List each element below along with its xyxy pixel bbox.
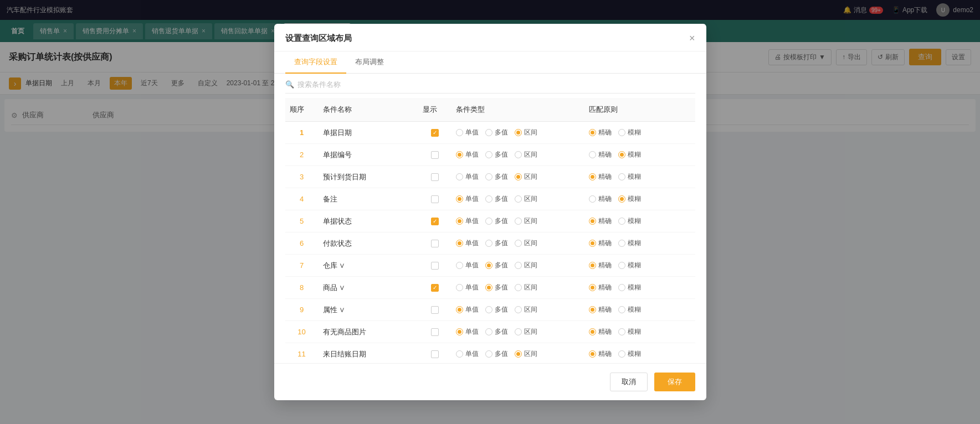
type-option-区间-6[interactable]: 区间 <box>515 261 537 270</box>
match-option-模糊-5[interactable]: 模糊 <box>618 239 641 248</box>
radio-type-单值-6[interactable] <box>456 262 463 269</box>
type-option-多值-4[interactable]: 多值 <box>485 216 508 226</box>
type-option-多值-3[interactable]: 多值 <box>485 194 508 204</box>
radio-match-模糊-0[interactable] <box>618 129 625 136</box>
match-option-精确-5[interactable]: 精确 <box>589 239 612 248</box>
type-option-区间-4[interactable]: 区间 <box>515 216 537 226</box>
radio-type-区间-1[interactable] <box>515 151 522 158</box>
radio-type-区间-5[interactable] <box>515 240 522 247</box>
type-option-区间-9[interactable]: 区间 <box>515 327 537 337</box>
match-option-模糊-6[interactable]: 模糊 <box>618 261 641 270</box>
radio-match-精确-4[interactable] <box>589 218 596 225</box>
match-option-模糊-9[interactable]: 模糊 <box>618 327 641 337</box>
type-option-多值-10[interactable]: 多值 <box>485 349 508 359</box>
radio-type-区间-8[interactable] <box>515 306 522 313</box>
display-checkbox-3[interactable] <box>431 195 439 203</box>
radio-match-模糊-3[interactable] <box>618 195 625 203</box>
radio-match-精确-2[interactable] <box>589 173 596 180</box>
display-checkbox-10[interactable] <box>431 350 439 358</box>
type-option-区间-3[interactable]: 区间 <box>515 194 537 204</box>
display-checkbox-8[interactable] <box>431 306 439 314</box>
type-option-单值-7[interactable]: 单值 <box>456 283 479 292</box>
radio-type-区间-2[interactable] <box>515 173 522 180</box>
match-option-精确-1[interactable]: 精确 <box>589 150 612 159</box>
tab-layout-adjust[interactable]: 布局调整 <box>346 51 393 74</box>
type-option-单值-9[interactable]: 单值 <box>456 327 479 337</box>
radio-match-精确-10[interactable] <box>589 350 596 358</box>
match-option-精确-4[interactable]: 精确 <box>589 216 612 226</box>
type-option-多值-6[interactable]: 多值 <box>485 261 508 270</box>
radio-type-单值-10[interactable] <box>456 350 463 358</box>
radio-type-区间-7[interactable] <box>515 284 522 291</box>
radio-match-精确-3[interactable] <box>589 195 596 203</box>
radio-type-单值-0[interactable] <box>456 129 463 136</box>
radio-type-区间-3[interactable] <box>515 195 522 203</box>
match-option-精确-3[interactable]: 精确 <box>589 194 612 204</box>
match-option-模糊-2[interactable]: 模糊 <box>618 172 641 182</box>
radio-type-单值-8[interactable] <box>456 306 463 313</box>
radio-match-精确-7[interactable] <box>589 284 596 291</box>
match-option-精确-10[interactable]: 精确 <box>589 349 612 359</box>
type-option-区间-1[interactable]: 区间 <box>515 150 537 159</box>
radio-type-区间-9[interactable] <box>515 328 522 335</box>
radio-type-多值-4[interactable] <box>485 218 492 225</box>
radio-type-多值-2[interactable] <box>485 173 492 180</box>
radio-match-模糊-5[interactable] <box>618 240 625 247</box>
match-option-模糊-8[interactable]: 模糊 <box>618 305 641 314</box>
display-checkbox-1[interactable] <box>431 151 439 159</box>
type-option-多值-9[interactable]: 多值 <box>485 327 508 337</box>
radio-type-多值-6[interactable] <box>485 262 492 269</box>
radio-type-单值-3[interactable] <box>456 195 463 203</box>
radio-type-单值-1[interactable] <box>456 151 463 158</box>
type-option-区间-8[interactable]: 区间 <box>515 305 537 314</box>
type-option-单值-10[interactable]: 单值 <box>456 349 479 359</box>
radio-type-多值-7[interactable] <box>485 284 492 291</box>
radio-type-多值-8[interactable] <box>485 306 492 313</box>
type-option-单值-4[interactable]: 单值 <box>456 216 479 226</box>
match-option-精确-7[interactable]: 精确 <box>589 283 612 292</box>
modal-close-button[interactable]: × <box>689 33 695 44</box>
radio-type-多值-5[interactable] <box>485 240 492 247</box>
cancel-button[interactable]: 取消 <box>610 373 648 391</box>
type-option-区间-2[interactable]: 区间 <box>515 172 537 182</box>
radio-type-区间-6[interactable] <box>515 262 522 269</box>
type-option-单值-8[interactable]: 单值 <box>456 305 479 314</box>
type-option-多值-8[interactable]: 多值 <box>485 305 508 314</box>
type-option-多值-1[interactable]: 多值 <box>485 150 508 159</box>
match-option-模糊-10[interactable]: 模糊 <box>618 349 641 359</box>
radio-match-模糊-1[interactable] <box>618 151 625 158</box>
radio-match-精确-6[interactable] <box>589 262 596 269</box>
radio-match-精确-1[interactable] <box>589 151 596 158</box>
type-option-多值-5[interactable]: 多值 <box>485 239 508 248</box>
match-option-模糊-1[interactable]: 模糊 <box>618 150 641 159</box>
type-option-多值-7[interactable]: 多值 <box>485 283 508 292</box>
type-option-单值-2[interactable]: 单值 <box>456 172 479 182</box>
match-option-精确-0[interactable]: 精确 <box>589 128 612 137</box>
radio-type-多值-10[interactable] <box>485 350 492 358</box>
type-option-区间-10[interactable]: 区间 <box>515 349 537 359</box>
match-option-模糊-7[interactable]: 模糊 <box>618 283 641 292</box>
type-option-单值-0[interactable]: 单值 <box>456 128 479 137</box>
type-option-单值-6[interactable]: 单值 <box>456 261 479 270</box>
radio-type-区间-4[interactable] <box>515 218 522 225</box>
type-option-区间-5[interactable]: 区间 <box>515 239 537 248</box>
display-checkbox-0[interactable] <box>431 129 439 137</box>
radio-match-模糊-2[interactable] <box>618 173 625 180</box>
match-option-模糊-3[interactable]: 模糊 <box>618 194 641 204</box>
display-checkbox-7[interactable] <box>431 284 439 292</box>
radio-match-模糊-10[interactable] <box>618 350 625 358</box>
radio-match-精确-5[interactable] <box>589 240 596 247</box>
type-option-区间-7[interactable]: 区间 <box>515 283 537 292</box>
display-checkbox-9[interactable] <box>431 328 439 336</box>
radio-type-多值-1[interactable] <box>485 151 492 158</box>
display-checkbox-5[interactable] <box>431 240 439 247</box>
radio-match-模糊-4[interactable] <box>618 218 625 225</box>
radio-type-区间-10[interactable] <box>515 350 522 358</box>
type-option-单值-1[interactable]: 单值 <box>456 150 479 159</box>
match-option-精确-6[interactable]: 精确 <box>589 261 612 270</box>
radio-type-单值-4[interactable] <box>456 218 463 225</box>
match-option-精确-8[interactable]: 精确 <box>589 305 612 314</box>
match-option-模糊-4[interactable]: 模糊 <box>618 216 641 226</box>
radio-match-模糊-7[interactable] <box>618 284 625 291</box>
match-option-精确-9[interactable]: 精确 <box>589 327 612 337</box>
